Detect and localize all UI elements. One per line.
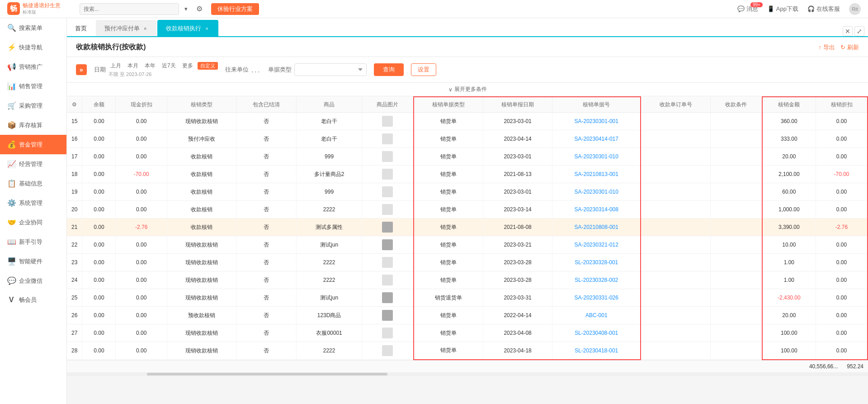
scrollbar-thumb[interactable] [147,373,387,375]
td-verify-discount: 0.00 [816,183,868,201]
td-no: 22 [67,236,82,254]
sidebar-item-purchase[interactable]: 🛒 采购管理 [0,96,66,115]
td-verify-bill-no[interactable]: SL-20230328-001 [552,254,641,271]
avatar[interactable]: Rit [849,3,861,15]
export-btn[interactable]: ↑ 导出 [819,43,835,52]
td-goods-image [362,324,413,342]
sidebar-item-sales[interactable]: 📊 销售管理 [0,76,66,96]
td-cash-discount: 0.00 [116,113,167,130]
date-custom-btn[interactable]: 自定义 [198,62,218,70]
date-opt-more[interactable]: 更多 [180,62,195,70]
refresh-btn[interactable]: ↻ 刷新 [840,43,859,52]
sidebar-item-sales-label: 销售管理 [19,82,42,90]
gear-icon[interactable]: ⚙ [193,3,206,15]
date-opt-7days[interactable]: 近7天 [160,62,178,70]
date-opt-last-month[interactable]: 上月 [108,62,123,70]
td-include-settled: 否 [236,342,297,360]
td-verify-bill-date: 2023-04-08 [483,324,552,342]
td-verify-bill-no[interactable]: SA-20230301-010 [552,148,641,166]
th-receipt-order-no: 收款单订单号 [641,97,710,113]
td-include-settled: 否 [236,254,297,271]
th-verify-bill-type: 核销单据类型 [414,97,483,113]
sidebar-item-vip[interactable]: V 畅会员 [0,290,66,309]
filter-expand-btn[interactable]: » [76,64,87,75]
td-verify-bill-no[interactable]: SA-20230321-012 [552,236,641,254]
td-receipt-condition [710,307,762,324]
sales-icon: 📊 [7,82,15,90]
td-receipt-condition [710,113,762,130]
td-goods: 2222 [297,201,362,219]
tab-prepay-close[interactable]: × [142,25,148,32]
expand-row: ∨ 展开更多条件 [67,83,868,96]
td-goods-image [362,342,413,360]
sidebar-item-marketing[interactable]: 📢 营销推广 [0,57,66,76]
sidebar-item-finance[interactable]: 💰 资金管理 [0,135,66,154]
search-box[interactable] [80,3,179,15]
messages-btn[interactable]: 💬 消息 99+ [737,5,758,13]
sidebar-item-basic[interactable]: 📋 基础信息 [0,174,66,193]
td-verify-bill-no[interactable]: SA-20230301-001 [552,113,641,130]
td-verify-bill-no[interactable]: SA-20210808-001 [552,219,641,236]
td-verify-bill-no[interactable]: SL-20230408-001 [552,324,641,342]
td-verify-bill-no[interactable]: SL-20230418-001 [552,342,641,360]
sidebar-item-hardware[interactable]: 🖥️ 智能硬件 [0,252,66,271]
tab-close-btn[interactable]: ✕ [843,26,853,36]
td-receipt-order-no [641,113,710,130]
td-verify-type: 收款核销 [167,219,236,236]
table-row: 27 0.00 0.00 现销收款核销 否 衣服00001 销货单 2023-0… [67,324,868,342]
horizontal-scrollbar[interactable] [67,372,868,376]
td-goods-image [362,271,413,289]
td-verify-bill-no[interactable]: SA-20230331-026 [552,289,641,307]
td-verify-bill-no[interactable]: SA-20230301-010 [552,183,641,201]
sidebar-item-operation[interactable]: 📈 经营管理 [0,154,66,174]
tab-receipt[interactable]: 收款核销执行 × [157,20,218,36]
td-goods-image [362,236,413,254]
settings-btn[interactable]: 设置 [411,63,436,76]
bill-type-select[interactable] [294,63,367,76]
td-verify-bill-type: 销货单 [414,148,483,166]
tab-prepay[interactable]: 预付冲应付单 × [96,20,156,36]
td-receipt-condition [710,201,762,219]
table-row: 20 0.00 0.00 收款核销 否 2222 销货单 2023-03-14 … [67,201,868,219]
td-cash-discount: 0.00 [116,148,167,166]
sidebar-item-guide[interactable]: 📖 新手引导 [0,232,66,252]
sidebar-item-wechat[interactable]: 💬 企业微信 [0,271,66,290]
query-btn[interactable]: 查询 [374,63,404,76]
date-opt-this-month[interactable]: 本月 [126,62,140,70]
date-opt-this-year[interactable]: 本年 [143,62,157,70]
sidebar-item-quick[interactable]: ⚡ 快捷导航 [0,38,66,57]
td-cash-discount: -2.76 [116,219,167,236]
td-receipt-order-no [641,271,710,289]
dropdown-btn[interactable]: ▾ [184,5,188,12]
industry-btn[interactable]: 休验行业方案 [211,3,259,15]
td-verify-bill-no[interactable]: ABC-001 [552,307,641,324]
td-verify-bill-date: 2023-04-18 [483,342,552,360]
sidebar-item-search[interactable]: 🔍 搜索菜单 [0,18,66,38]
td-verify-amount: 1.00 [762,254,816,271]
tab-expand-btn[interactable]: ⤢ [854,26,864,36]
td-balance: 0.00 [82,342,116,360]
source-unit-dots[interactable]: ... [251,65,261,75]
td-no: 27 [67,324,82,342]
sidebar-item-inventory[interactable]: 📦 库存核算 [0,115,66,135]
online-service-btn[interactable]: 🎧 在线客服 [807,5,840,13]
tab-receipt-close[interactable]: × [204,25,209,32]
search-input[interactable] [80,3,179,15]
expand-more-btn[interactable]: ∨ 展开更多条件 [448,86,487,93]
sidebar-item-collab[interactable]: 🤝 企业协同 [0,213,66,232]
td-verify-bill-date: 2021-08-08 [483,219,552,236]
td-verify-bill-no[interactable]: SA-20210813-001 [552,166,641,183]
td-cash-discount: 0.00 [116,324,167,342]
td-verify-amount: 333.00 [762,130,816,148]
top-bar: 畅 畅捷通谱好生意 标准版 ▾ ⚙ 休验行业方案 💬 消息 99+ 📱 App下… [0,0,868,18]
app-download-btn[interactable]: 📱 App下载 [767,5,798,13]
td-verify-bill-no[interactable]: SL-20230328-002 [552,271,641,289]
sidebar-item-system[interactable]: ⚙️ 系统管理 [0,193,66,213]
td-verify-bill-no[interactable]: SA-20230414-017 [552,130,641,148]
th-gear[interactable]: ⚙ [67,97,82,113]
logo-name: 畅捷通谱好生意 [23,2,61,9]
td-verify-amount: 3,390.00 [762,219,816,236]
td-receipt-order-no [641,148,710,166]
td-verify-bill-no[interactable]: SA-20230314-008 [552,201,641,219]
tab-home[interactable]: 首页 [67,21,95,36]
